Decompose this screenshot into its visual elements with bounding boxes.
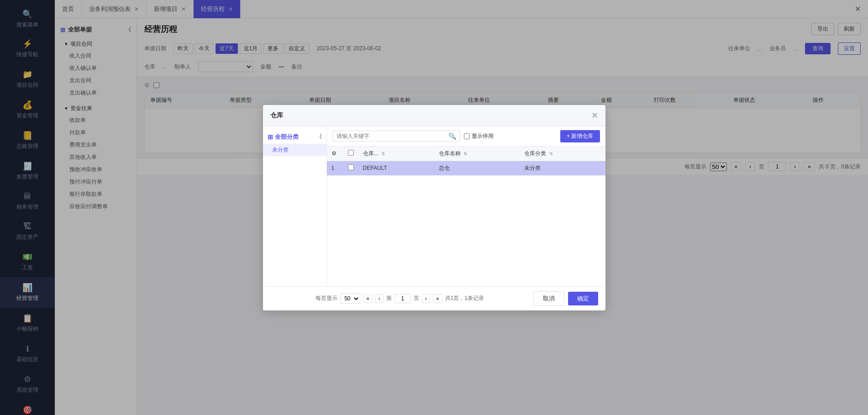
modal-table: ⚙ 仓库... ⇅ 仓库名称 ⇅ bbox=[327, 147, 605, 176]
row-code: DEFAULT bbox=[358, 161, 434, 175]
row-num: 1 bbox=[327, 161, 343, 175]
modal-prev-page-btn[interactable]: ‹ bbox=[375, 294, 384, 303]
modal-close-btn[interactable]: ✕ bbox=[591, 110, 598, 121]
warehouse-modal: 仓库 ✕ ⊞ 全部分类 《 未分类 🔍 bbox=[263, 105, 605, 310]
table-row[interactable]: 1 DEFAULT 总仓 未分类 bbox=[327, 161, 605, 175]
modal-tree-header[interactable]: ⊞ 全部分类 《 bbox=[263, 130, 326, 144]
row-category: 未分类 bbox=[520, 161, 605, 175]
add-warehouse-button[interactable]: + 新增仓库 bbox=[560, 130, 600, 142]
modal-right: 🔍 显示停用 + 新增仓库 ⚙ bbox=[327, 126, 605, 286]
modal-table-wrapper: ⚙ 仓库... ⇅ 仓库名称 ⇅ bbox=[327, 147, 605, 286]
col-warehouse-name: 仓库名称 ⇅ bbox=[434, 147, 520, 161]
sort-icon[interactable]: ⇅ bbox=[549, 151, 553, 156]
search-icon: 🔍 bbox=[448, 132, 456, 140]
modal-footer: 每页显示 50 « ‹ 第 页 › » 共1页，1条记录 取消 确定 bbox=[263, 286, 605, 310]
show-disabled-label[interactable]: 显示停用 bbox=[464, 132, 494, 140]
row-checkbox[interactable] bbox=[343, 161, 358, 175]
modal-title: 仓库 bbox=[270, 111, 283, 120]
modal-tree-item-unclassified[interactable]: 未分类 bbox=[263, 144, 326, 156]
grid-icon: ⊞ bbox=[268, 133, 273, 141]
modal-tree-all-label: 全部分类 bbox=[275, 133, 299, 141]
modal-search-input[interactable] bbox=[337, 133, 448, 139]
modal-total-info: 共1页，1条记录 bbox=[445, 294, 484, 302]
col-warehouse-code: 仓库... ⇅ bbox=[358, 147, 434, 161]
modal-next-page-btn[interactable]: › bbox=[422, 294, 430, 303]
modal-select-all[interactable] bbox=[348, 150, 354, 156]
modal-overlay: 仓库 ✕ ⊞ 全部分类 《 未分类 🔍 bbox=[0, 0, 868, 415]
cancel-button[interactable]: 取消 bbox=[533, 291, 564, 306]
col-warehouse-category: 仓库分类 ⇅ bbox=[520, 147, 605, 161]
sort-icon[interactable]: ⇅ bbox=[381, 151, 385, 156]
modal-search[interactable]: 🔍 bbox=[332, 131, 460, 142]
modal-pagination: 每页显示 50 « ‹ 第 页 › » 共1页，1条记录 bbox=[270, 294, 530, 304]
modal-page-unit: 页 bbox=[414, 294, 419, 302]
modal-tree-collapse-btn[interactable]: 《 bbox=[316, 133, 322, 141]
modal-page-label: 第 bbox=[386, 294, 392, 302]
confirm-button[interactable]: 确定 bbox=[568, 292, 598, 305]
row-name: 总仓 bbox=[434, 161, 520, 175]
col-checkbox bbox=[343, 147, 358, 161]
modal-per-page-select[interactable]: 50 bbox=[340, 294, 360, 304]
modal-last-page-btn[interactable]: » bbox=[433, 294, 442, 303]
col-settings[interactable]: ⚙ bbox=[327, 147, 343, 161]
modal-toolbar: 🔍 显示停用 + 新增仓库 bbox=[327, 126, 605, 147]
show-disabled-checkbox[interactable] bbox=[464, 133, 470, 139]
modal-tree: ⊞ 全部分类 《 未分类 bbox=[263, 126, 327, 286]
modal-page-input[interactable] bbox=[395, 294, 411, 303]
modal-first-page-btn[interactable]: « bbox=[363, 294, 373, 303]
sort-icon[interactable]: ⇅ bbox=[463, 151, 467, 156]
per-page-label: 每页显示 bbox=[316, 294, 337, 302]
modal-body: ⊞ 全部分类 《 未分类 🔍 显示停用 bbox=[263, 126, 605, 286]
modal-header: 仓库 ✕ bbox=[263, 105, 605, 126]
